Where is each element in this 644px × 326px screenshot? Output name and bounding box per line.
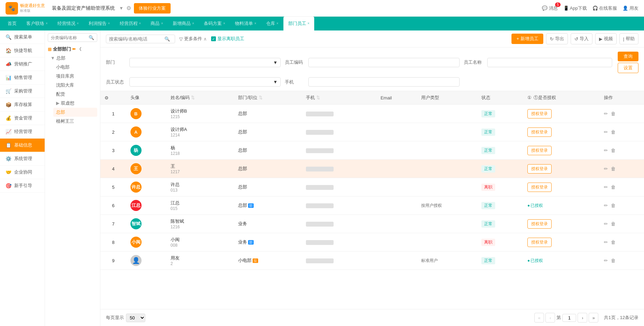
sidebar-item-quicknav[interactable]: 🏠 快捷导航 [0,44,45,58]
show-resigned-toggle[interactable]: ✓ 显示离职员工 [211,36,244,42]
delete-icon[interactable]: 🗑 [611,184,616,190]
edit-icon[interactable]: ✏ [604,239,608,245]
col-settings[interactable]: ⚙ [100,91,126,105]
delete-icon[interactable]: 🗑 [611,111,616,116]
tab-history[interactable]: 经营历程× [115,17,146,30]
close-icon[interactable]: × [254,17,256,30]
tab-home[interactable]: 首页 [3,17,21,30]
status-filter-select[interactable]: ▼ [129,77,281,87]
settings-icon[interactable]: ⚙ [126,5,131,11]
dept-filter-select[interactable]: ▼ [129,58,281,67]
next-page-btn[interactable]: › [578,313,587,323]
close-icon[interactable]: × [77,17,79,30]
tab-profit[interactable]: 利润报告× [84,17,115,30]
auth-button[interactable]: 授权登录 [527,183,552,192]
close-icon[interactable]: × [308,17,310,30]
more-conditions-btn[interactable]: ▽ 更多条件 ∧ [179,36,207,42]
auth-button[interactable]: 授权登录 [527,109,552,118]
set-button[interactable]: 设置 [618,63,638,73]
dept-node-zongbu[interactable]: 总部 [53,108,97,117]
auth-button[interactable]: 授权登录 [527,238,552,247]
edit-icon[interactable]: ✏ [604,148,608,153]
empname-filter-input[interactable] [487,58,612,67]
delete-icon[interactable]: 🗑 [611,221,616,227]
tab-employees[interactable]: 部门员工× [283,17,315,30]
close-icon[interactable]: × [46,17,48,30]
tab-barcode[interactable]: 条码方案× [199,17,230,30]
app-download[interactable]: 📱 App下载 [563,5,587,11]
auth-button[interactable]: 授权登录 [527,164,552,174]
delete-icon[interactable]: 🗑 [611,148,616,153]
dept-node-xiaodian[interactable]: 小电部 [53,63,97,72]
sidebar-item-business[interactable]: 📈 经营管理 [0,125,45,139]
edit-dept-icon[interactable]: ✏ [72,47,76,52]
delete-icon[interactable]: 🗑 [611,203,616,208]
phone-filter-input[interactable] [308,77,460,87]
tab-customer[interactable]: 客户联络× [21,17,53,30]
help-button[interactable]: | 帮助 [619,33,638,44]
export-button[interactable]: ↻ 导出 [546,33,568,44]
user-avatar[interactable]: 👤 用友 [623,5,638,11]
empcode-filter-input[interactable] [308,58,460,67]
close-icon[interactable]: × [161,17,163,30]
tab-add-goods[interactable]: 新增商品× [168,17,199,30]
delete-icon[interactable]: 🗑 [611,129,616,135]
edit-icon[interactable]: ✏ [604,166,608,171]
page-input[interactable] [562,314,576,322]
sidebar-item-search[interactable]: 🔍 搜索菜单 [0,30,45,44]
sidebar-item-basicinfo[interactable]: 📋 基础信息 [0,139,45,152]
dept-node-shuangxu[interactable]: ▶双虚想 [53,99,97,108]
tab-bom[interactable]: 物料清单× [230,17,261,30]
dept-search-input[interactable] [51,35,89,40]
sidebar-item-inventory[interactable]: 📦 库存核算 [0,98,45,112]
delete-icon[interactable]: 🗑 [611,258,616,263]
col-phone[interactable]: 手机 ⇅ [302,91,377,105]
dept-node-xiangmu[interactable]: 项目库房 [53,72,97,81]
delete-icon[interactable]: 🗑 [611,239,616,245]
search-input[interactable] [109,36,164,42]
dept-node-shenyang[interactable]: 沈阳大库 [53,81,97,90]
sidebar-item-system[interactable]: ⚙️ 系统管理 [0,152,45,166]
auth-button[interactable]: 授权登录 [527,219,552,229]
sidebar-item-collab[interactable]: 🤝 企业协同 [0,166,45,179]
search-button[interactable]: 查询 [618,52,638,61]
edit-icon[interactable]: ✏ [604,221,608,227]
edit-icon[interactable]: ✏ [604,203,608,208]
message-badge[interactable]: 💬 消息 5 [542,5,558,11]
dept-search[interactable]: 🔍 [48,33,97,42]
dept-node-head[interactable]: ▼总部 [48,54,97,63]
auth-button[interactable]: 授权登录 [527,127,552,137]
edit-icon[interactable]: ✏ [604,184,608,190]
close-icon[interactable]: × [276,17,279,30]
import-button[interactable]: ↺ 导入 [571,33,592,44]
view-button[interactable]: ▶ 视频 [595,33,617,44]
close-icon[interactable]: × [108,17,110,30]
close-icon[interactable]: × [223,17,225,30]
delete-icon[interactable]: 🗑 [611,166,616,171]
add-employee-button[interactable]: + 新增员工 [511,34,543,44]
edit-icon[interactable]: ✏ [604,111,608,116]
col-name[interactable]: 姓名/编码 ⇅ [166,91,234,105]
col-dept[interactable]: 部门/职位 ⇅ [234,91,302,105]
edit-icon[interactable]: ✏ [604,129,608,135]
sidebar-item-sales[interactable]: 📊 销售管理 [0,71,45,85]
sidebar-item-marketing[interactable]: 📣 营销推广 [0,58,45,71]
close-icon[interactable]: × [192,17,194,30]
prev-page-btn[interactable]: ‹ [545,313,555,323]
dept-node-zhishu[interactable]: 植树王三 [53,117,97,126]
tab-operation[interactable]: 经营情况× [53,17,84,30]
sidebar-item-guide[interactable]: 🎯 新手引导 [0,179,45,193]
trial-button[interactable]: 体验行业方案 [134,3,171,14]
online-service[interactable]: 🎧 在线客服 [592,5,617,11]
collapse-btn[interactable]: 《 [77,46,81,52]
per-page-select[interactable]: 50 100 [126,314,145,322]
dept-node-peihuo[interactable]: 配货 [53,90,97,99]
close-icon[interactable]: × [139,17,141,30]
tab-goods[interactable]: 商品× [146,17,168,30]
first-page-btn[interactable]: « [534,313,544,323]
auth-button[interactable]: 授权登录 [527,146,552,155]
system-title-dropdown-icon[interactable]: ▼ [119,6,124,11]
sidebar-item-purchase[interactable]: 🛒 采购管理 [0,85,45,98]
tab-warehouse[interactable]: 仓库× [261,17,283,30]
last-page-btn[interactable]: » [589,313,598,323]
